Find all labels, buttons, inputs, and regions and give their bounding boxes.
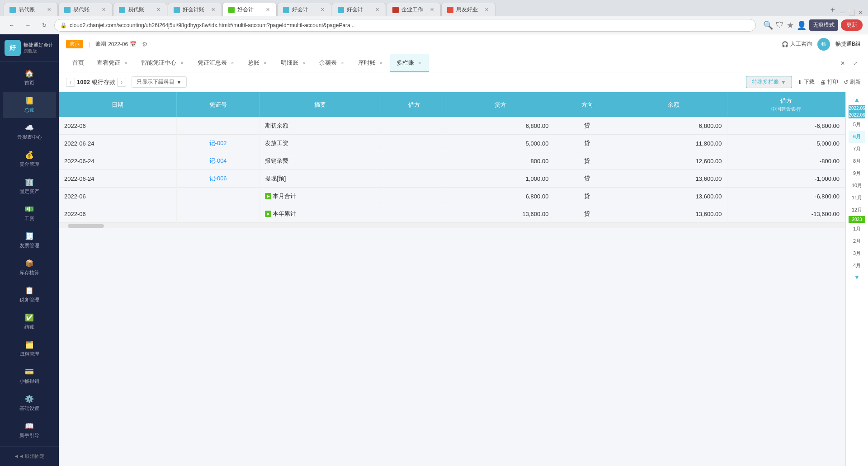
scrollbar-thumb[interactable] [68, 224, 104, 228]
special-multi-ledger-button[interactable]: 特殊多栏账 ▼ [746, 76, 792, 88]
refresh-button[interactable]: ↻ [38, 19, 51, 32]
tab-close-icon[interactable]: ✕ [265, 6, 271, 13]
nav-tab-多栏账[interactable]: 多栏账 × [390, 54, 429, 72]
nav-tab-余额表[interactable]: 余额表 × [313, 54, 351, 72]
tab-close-icon[interactable]: ✕ [374, 6, 380, 13]
sidebar-item-closing[interactable]: ✅ 结账 [3, 309, 56, 335]
browser-tab-9[interactable]: 用友好业 ✕ [441, 3, 495, 16]
calendar-month-9月[interactable]: 9月 [849, 167, 865, 179]
sidebar-item-archive[interactable]: 🗂️ 归档管理 [3, 336, 56, 362]
browser-tab-8[interactable]: 企业工作 ✕ [387, 3, 441, 16]
voucher-link[interactable]: 记-006 [209, 175, 227, 182]
filter-button[interactable]: 只显示下级科目 ▼ [132, 76, 187, 88]
collapse-right-button[interactable]: ⤢ [850, 58, 861, 69]
calendar-month-2023-3月[interactable]: 3月 [849, 247, 865, 259]
download-button[interactable]: ⬇ 下载 [797, 78, 815, 86]
browser-tab-1[interactable]: 易代账 ✕ [4, 3, 58, 16]
tab-close-icon[interactable]: ✕ [101, 6, 107, 13]
sidebar-item-fixed-assets[interactable]: 🏢 固定资产 [3, 173, 56, 199]
cell-voucher[interactable]: 记-002 [176, 135, 259, 152]
tab-close-icon[interactable]: ✕ [210, 6, 216, 13]
forward-button[interactable]: → [22, 19, 34, 32]
nav-tab-智能凭证中心[interactable]: 智能凭证中心 × [135, 54, 191, 72]
tab-minimize[interactable]: — [839, 9, 846, 16]
customer-service-button[interactable]: 🎧 人工咨询 [782, 40, 812, 48]
sidebar-item-ledger[interactable]: 📒 总账 [3, 92, 56, 118]
nav-tab-首页[interactable]: 首页 [66, 54, 90, 72]
sidebar-item-cloud-report[interactable]: ☁️ 云报表中心 [3, 119, 56, 145]
refresh-button[interactable]: ↺ 刷新 [844, 78, 861, 86]
browser-tab-2[interactable]: 易代账 ✕ [58, 3, 113, 16]
nav-tab-close-icon[interactable]: × [230, 60, 235, 66]
nav-tab-close-icon[interactable]: × [417, 60, 422, 66]
settings-icon: ⚙️ [25, 395, 34, 403]
calendar-month-8月[interactable]: 8月 [849, 155, 865, 167]
account-prev-button[interactable]: ‹ [66, 78, 75, 87]
url-bar[interactable]: 🔒 cloud2.chanjet.com/accounting/uh26t264… [54, 19, 756, 32]
profile-icon[interactable]: 👤 [797, 20, 807, 30]
cell-voucher[interactable]: 记-006 [176, 170, 259, 188]
voucher-link[interactable]: 记-004 [209, 157, 227, 164]
browser-tab-6[interactable]: 好会计 ✕ [277, 3, 331, 16]
sidebar-item-settings[interactable]: ⚙️ 基础设置 [3, 390, 56, 416]
sidebar-item-invoice[interactable]: 🧾 发票管理 [3, 227, 56, 254]
settings-icon[interactable]: ⚙ [142, 41, 148, 48]
tab-close-icon[interactable]: ✕ [46, 6, 52, 13]
nav-tab-close-icon[interactable]: × [179, 60, 184, 66]
tab-close-icon[interactable]: ✕ [484, 6, 490, 13]
calendar-month-2023-2月[interactable]: 2月 [849, 235, 865, 247]
calendar-month-12月[interactable]: 12月 [849, 204, 865, 216]
collapse-left-button[interactable]: ✕ [837, 58, 848, 69]
cell-voucher[interactable]: 记-004 [176, 152, 259, 170]
nav-tab-序时账[interactable]: 序时账 × [352, 54, 390, 72]
calendar-month-10月[interactable]: 10月 [849, 179, 865, 192]
sidebar-item-fund[interactable]: 💰 资金管理 [3, 146, 56, 172]
tab-close-window[interactable]: ✕ [857, 9, 864, 16]
period-selector[interactable]: 账期 2022-06 📅 [95, 40, 137, 48]
sidebar-item-salary[interactable]: 💵 工资 [3, 200, 56, 226]
extension-icon[interactable]: 🛡 [776, 20, 784, 30]
calendar-month-2023-4月[interactable]: 4月 [849, 259, 865, 272]
calendar-month-11月[interactable]: 11月 [849, 192, 865, 204]
calendar-month-5月[interactable]: 5月 [849, 118, 865, 131]
nav-tab-close-icon[interactable]: × [378, 60, 384, 66]
browser-tab-7[interactable]: 好会计 ✕ [332, 3, 386, 16]
nav-tab-close-icon[interactable]: × [340, 60, 345, 66]
sidebar-item-inventory[interactable]: 📦 库存核算 [3, 254, 56, 281]
nav-tab-查看凭证[interactable]: 查看凭证 × [90, 54, 135, 72]
new-tab-button[interactable]: + [826, 4, 839, 16]
horizontal-scrollbar[interactable] [59, 223, 845, 228]
tab-restore[interactable]: ⬜ [848, 9, 855, 16]
voucher-link[interactable]: 记-002 [209, 140, 227, 146]
sidebar-pin-button[interactable]: ◄◄ 取消固定 [3, 450, 56, 462]
calendar-scroll-down[interactable]: ▼ [852, 272, 863, 282]
back-button[interactable]: ← [5, 19, 18, 32]
browser-tab-5[interactable]: 好会计 ✕ [222, 3, 277, 16]
search-icon[interactable]: 🔍 [763, 20, 773, 30]
sidebar-item-guide[interactable]: 📖 新手引导 [3, 417, 56, 443]
account-next-button[interactable]: › [117, 78, 126, 87]
nav-tab-close-icon[interactable]: × [123, 60, 128, 66]
nav-tab-凭证汇总表[interactable]: 凭证汇总表 × [191, 54, 241, 72]
nav-tab-总账[interactable]: 总账 × [241, 54, 274, 72]
tab-close-icon[interactable]: ✕ [156, 6, 161, 13]
sidebar-item-expense[interactable]: 💳 小畅报销 [3, 363, 56, 389]
browser-tab-4[interactable]: 好会计账 ✕ [168, 3, 222, 16]
calendar-month-7月[interactable]: 7月 [849, 143, 865, 155]
table-area[interactable]: 日期凭证号摘要借方贷方方向余额借方中国建设银行 2022-06 期初余额 6,8… [59, 92, 845, 466]
nav-tab-close-icon[interactable]: × [301, 60, 307, 66]
calendar-month-6月[interactable]: 6月 [849, 131, 865, 143]
tab-close-icon[interactable]: ✕ [429, 6, 435, 13]
nav-tab-close-icon[interactable]: × [262, 60, 268, 66]
calendar-scroll-up[interactable]: ▲ [852, 94, 863, 105]
sidebar-item-home[interactable]: 🏠 首页 [3, 65, 56, 91]
sidebar-item-tax[interactable]: 📋 税务管理 [3, 282, 56, 308]
calendar-month-2023-1月[interactable]: 1月 [849, 223, 865, 235]
browser-tab-3[interactable]: 易代账 ✕ [113, 3, 167, 16]
tab-close-icon[interactable]: ✕ [320, 6, 326, 13]
nav-tab-明细账[interactable]: 明细账 × [274, 54, 313, 72]
update-button[interactable]: 更新 [841, 19, 863, 31]
bookmark-icon[interactable]: ★ [787, 20, 794, 30]
no-trace-button[interactable]: 无痕模式 [809, 19, 838, 31]
print-button[interactable]: 🖨 打印 [820, 78, 838, 86]
